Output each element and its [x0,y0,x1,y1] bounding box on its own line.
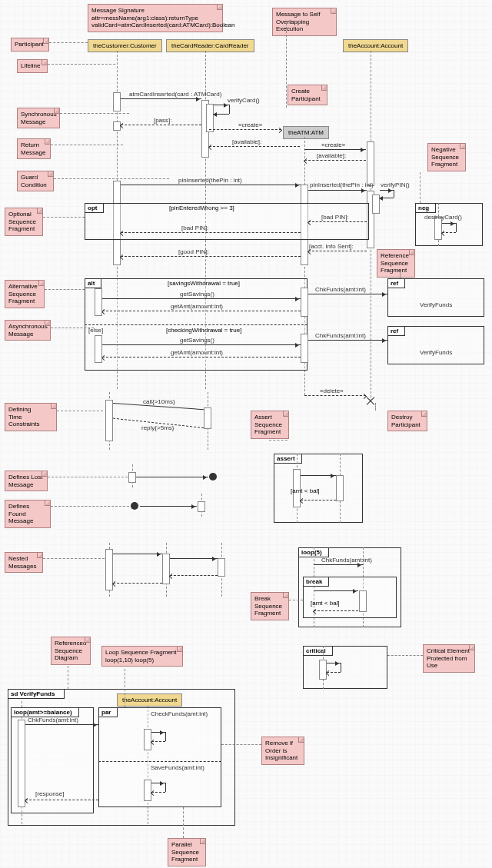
msg: ChkFunds(amt:int) [315,332,366,339]
conn [183,807,184,838]
msg: «delete» [320,387,344,394]
conn [49,42,88,43]
arrow [151,732,165,733]
arrow [102,298,301,299]
activation [301,334,308,363]
separator [85,324,308,325]
activation [162,554,170,584]
conn [269,440,288,441]
note-destroypart: Destroy Participant [387,411,427,431]
conn [221,744,261,745]
arrow [301,500,336,501]
conn [45,289,85,290]
arrow [304,149,366,150]
arrow [151,741,165,742]
note-negfrag: Negative Sequence Fragment [427,143,466,171]
note-critical: Critical Element Protected from Use [423,644,475,673]
guard: [savingsWithdrawal = true] [168,280,240,287]
note-participant: Participant [11,38,49,52]
self-line [229,105,230,114]
arrow [113,583,162,584]
note-createpart: Create Participant [288,85,327,105]
arrow [102,357,301,358]
activation [319,660,327,680]
msg: [response] [35,790,64,797]
found-dot [131,502,138,510]
self-line [456,223,457,232]
self-line [165,732,166,741]
activation [18,720,25,807]
fragment-neg: neg [415,203,483,246]
note-guard: Guard Condition [17,171,54,191]
frag-label: neg [416,204,436,213]
sloped-arrow [113,418,204,437]
conn [43,217,85,218]
msg: [good PIN]: [178,248,209,255]
activation [144,780,151,801]
frag-label: break [304,577,329,587]
activation [206,104,214,132]
note-syncmsg: Synchronous Message [17,108,60,128]
msg: [bad PIN]: [181,224,209,231]
arrow [327,672,341,673]
fragment-critical: critical [303,646,387,689]
destroy-x [366,397,375,406]
participant-atm: theATM:ATM [283,126,329,139]
arrow [308,340,387,341]
arrow [170,558,218,559]
participant-account2: theAccount:Account [117,693,182,707]
self-line [394,190,394,198]
arrow [209,129,281,130]
msg: ChkFunds(amt:int) [321,557,372,564]
arrow [314,564,363,565]
activation [301,288,308,317]
msg: [bad PIN]: [321,214,349,221]
msg: getAmt(amount:int) [171,349,223,356]
participant-account: theAccount:Account [343,39,408,52]
participant-customer: theCustomer:Customer [88,39,162,52]
conn [51,328,94,328]
conn [400,271,401,278]
arrow [151,783,165,783]
note-signature: Message Signature attr=messName(arg1:cla… [88,4,223,32]
msg: verifyPIN() [381,181,410,188]
msg: atmCardInserted(card : ATMCard) [129,91,221,98]
arrow [121,185,301,185]
note-parfrag: Parallel Sequence Fragment [168,838,206,866]
guard: [pinEnteredWrong >= 3] [169,205,234,211]
conn [286,23,287,108]
note-asyncmsg: Asynchronous Message [5,320,51,341]
conn [48,477,128,477]
activation [113,92,121,111]
guard: [checkingWithdrawal = true] [166,327,242,334]
msg: getSavings() [180,291,214,298]
conn [51,506,129,507]
msg: [pass]: [154,117,172,124]
arrow [170,575,218,576]
note-timeconstr: Defining Time Constraints [5,403,57,431]
arrow [314,590,358,591]
arrow [380,190,394,191]
conn [289,600,303,600]
arrow [121,232,301,233]
msg: [acct. Info Sent]: [309,243,354,250]
conn [60,113,129,114]
arrow [308,190,367,191]
arrow [121,256,301,257]
participant-cardreader: theCardReader:CardReader [166,39,254,52]
lost-dot [209,473,217,481]
self-line [165,783,166,792]
conn [420,172,421,203]
conn [43,558,105,559]
arrow [25,800,98,800]
arrow [136,477,208,477]
msg: verifyCard() [228,97,260,104]
activation [218,558,225,577]
msg: pinInserted(thePin : int) [178,177,242,184]
activation [144,729,151,750]
fragment-ref2: ref [387,326,484,364]
separator [98,761,221,762]
arrow [113,554,162,554]
note-optfrag: Optional Sequence Fragment [5,208,43,236]
activation [198,501,205,512]
